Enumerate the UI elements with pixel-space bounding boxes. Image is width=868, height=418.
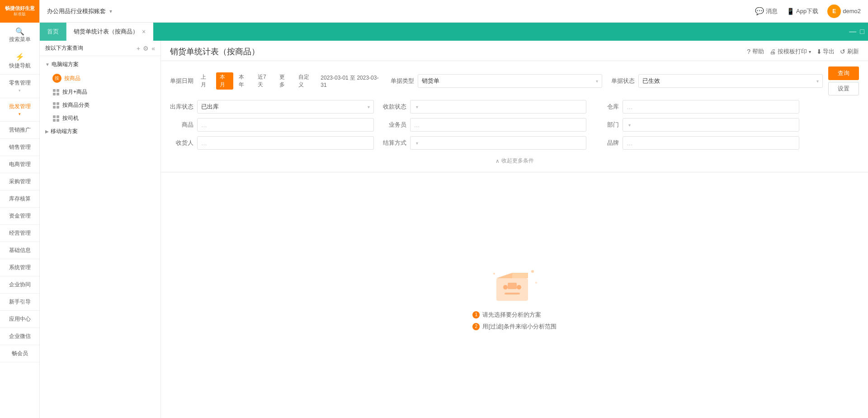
export-label: 导出 [823, 48, 835, 56]
step-2-number: 2 [472, 323, 480, 330]
tree-desktop-parent[interactable]: ▼ 电脑端方案 [40, 58, 160, 71]
tab-maximize-icon[interactable]: □ [860, 28, 864, 36]
by-category-icon [52, 102, 60, 109]
svg-rect-9 [57, 115, 59, 118]
sidebar-item-enterprise[interactable]: 企业协同 [0, 276, 39, 294]
sidebar-item-newbie[interactable]: 新手引导 [0, 294, 39, 311]
department-input[interactable]: ▾ [623, 118, 799, 132]
app-logo[interactable]: 畅捷信好生意 标准版 [0, 0, 39, 23]
sidebar-item-appcenter[interactable]: 应用中心 [0, 311, 39, 328]
sidebar-item-operations[interactable]: 经营管理 [0, 225, 39, 242]
sidebar-item-finance[interactable]: 资金管理 [0, 208, 39, 225]
brand-input[interactable]: … [623, 136, 799, 150]
payment-input[interactable]: ▾ [410, 100, 587, 114]
step-2-text: 用[过滤]条件来缩小分析范围 [482, 323, 556, 331]
retail-label: 零售管理 [2, 79, 38, 87]
doc-type-input[interactable]: 销货单 ▾ [418, 74, 602, 88]
help-btn[interactable]: ? 帮助 [747, 48, 764, 56]
salesperson-placeholder: … [414, 122, 420, 128]
stock-out-input[interactable]: 已出库 ▾ [197, 100, 374, 114]
industry-dropdown-icon[interactable]: ▾ [109, 8, 112, 14]
date-tab-more[interactable]: 更多 [276, 72, 293, 90]
sidebar-item-corpwechat[interactable]: 企业微信 [0, 328, 39, 345]
salesperson-input[interactable]: … [410, 118, 587, 132]
newbie-label: 新手引导 [2, 298, 38, 306]
sidebar-item-member[interactable]: 畅会员 [0, 345, 39, 362]
step-1-text: 请先选择要分析的方案 [482, 311, 541, 319]
date-tab-this-month[interactable]: 本月 [216, 72, 233, 90]
doc-status-input[interactable]: 已生效 ▾ [638, 74, 823, 88]
doc-status-value: 已生效 [642, 77, 815, 85]
sidebar-item-system[interactable]: 系统管理 [0, 259, 39, 276]
date-tab-this-year[interactable]: 本年 [235, 72, 252, 90]
product-input[interactable]: … [197, 118, 374, 132]
settings-button[interactable]: 设置 [828, 82, 859, 95]
tab-close-icon[interactable]: × [142, 28, 146, 35]
department-label: 部门 [595, 121, 623, 129]
tree-child-by-category[interactable]: 按商品分类 [40, 99, 160, 112]
left-panel-title: 按以下方案查询 [45, 44, 83, 52]
add-plan-btn[interactable]: + [137, 45, 140, 52]
sidebar-item-quicknav[interactable]: ⚡ 快捷导航 [0, 48, 39, 75]
warehouse-input[interactable]: … [623, 100, 799, 114]
tree-child-by-cashier[interactable]: 按司机 [40, 112, 160, 125]
basic-label: 基础信息 [2, 247, 38, 254]
inventory-label: 库存核算 [2, 195, 38, 203]
filter-row-1: 单据日期 上月 本月 本年 近7天 更多 自定义 2023-03-01 至 20… [170, 66, 859, 95]
tree-child-by-month-product[interactable]: 按月+商品 [40, 86, 160, 99]
filter-group-doc-type: 单据类型 销货单 ▾ [391, 74, 602, 88]
sidebar-item-purchase[interactable]: 采购管理 [0, 173, 39, 190]
sidebar-search[interactable]: 🔍 搜索菜单 [0, 23, 39, 48]
settings-plan-btn[interactable]: ⚙ [143, 45, 149, 52]
sidebar-item-ecommerce[interactable]: 电商管理 [0, 156, 39, 173]
svg-rect-1 [57, 89, 59, 92]
svg-marker-13 [496, 273, 512, 278]
tree-child-by-product[interactable]: 按 按商品 [40, 71, 160, 86]
consignee-input[interactable]: … [197, 136, 374, 150]
tab-sales-stats[interactable]: 销货单统计表（按商品） × [66, 23, 153, 41]
stock-out-label: 出库状态 [170, 103, 197, 111]
svg-rect-3 [57, 93, 59, 95]
date-tab-custom[interactable]: 自定义 [295, 72, 317, 90]
left-panel: 按以下方案查询 + ⚙ « ▼ 电脑端方案 按 按商品 [40, 41, 161, 418]
filter-group-warehouse: 仓库 … [595, 100, 799, 114]
sidebar-item-basic[interactable]: 基础信息 [0, 242, 39, 259]
sidebar-item-sales[interactable]: 销售管理 [0, 139, 39, 156]
sidebar-item-inventory[interactable]: 库存核算 [0, 190, 39, 208]
tab-home[interactable]: 首页 [40, 23, 66, 41]
empty-illustration [487, 260, 542, 305]
product-placeholder: … [201, 122, 207, 128]
tab-sales-stats-label: 销货单统计表（按商品） [74, 28, 138, 36]
message-btn[interactable]: 💬 消息 [755, 7, 778, 15]
by-cashier-icon [52, 115, 60, 122]
svg-point-19 [531, 270, 534, 273]
collapse-row: ∧ 收起更多条件 [170, 154, 859, 166]
settlement-input[interactable]: ▾ [410, 136, 587, 150]
user-menu[interactable]: E demo2 [827, 5, 861, 18]
warehouse-label: 仓库 [595, 103, 623, 111]
app-download-btn[interactable]: 📱 App下载 [787, 7, 818, 15]
svg-rect-2 [53, 93, 56, 95]
query-button[interactable]: 查询 [828, 66, 859, 80]
export-btn[interactable]: ⬇ 导出 [816, 48, 835, 56]
tree-mobile-parent[interactable]: ▶ 移动端方案 [40, 125, 160, 138]
refresh-btn[interactable]: ↺ 刷新 [840, 48, 859, 56]
tab-minimize-icon[interactable]: — [849, 28, 856, 36]
date-range-value[interactable]: 2023-03-01 至 2023-03-31 [321, 74, 382, 88]
doc-status-arrow-icon: ▾ [816, 79, 819, 84]
collapse-button[interactable]: ∧ 收起更多条件 [495, 157, 534, 165]
collapse-panel-btn[interactable]: « [151, 45, 155, 52]
print-dropdown-icon[interactable]: ▾ [809, 49, 811, 54]
export-icon: ⬇ [816, 48, 822, 55]
print-icon: 🖨 [769, 48, 776, 55]
filter-group-doc-status: 单据状态 已生效 ▾ [611, 74, 823, 88]
empty-step-1: 1 请先选择要分析的方案 [472, 311, 556, 319]
date-tab-last-7[interactable]: 近7天 [254, 72, 274, 90]
sidebar-item-marketing[interactable]: 营销推广 [0, 122, 39, 139]
sidebar-item-wholesale[interactable]: 批发管理 ▾ [0, 98, 39, 122]
date-tab-last-month[interactable]: 上月 [197, 72, 214, 90]
quicknav-label: 快捷导航 [2, 62, 38, 70]
sidebar-item-retail[interactable]: 零售管理 ▾ [0, 75, 39, 98]
content-area: 按以下方案查询 + ⚙ « ▼ 电脑端方案 按 按商品 [40, 41, 868, 418]
print-btn[interactable]: 🖨 按模板打印 ▾ [769, 48, 811, 56]
